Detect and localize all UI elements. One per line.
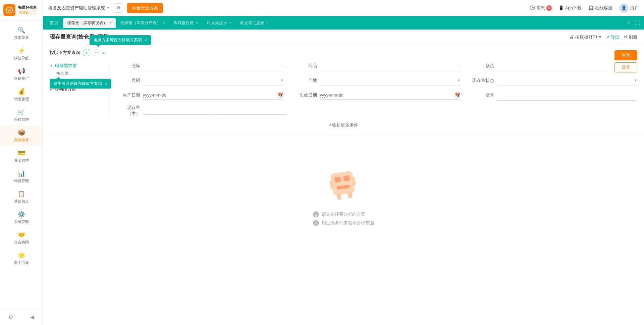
- filter-stock-qty: 现存量（主） —: [117, 105, 287, 117]
- trial-button[interactable]: 体验行业方案: [127, 3, 163, 13]
- user-label: 用户: [630, 5, 639, 11]
- search-button[interactable]: 查询: [614, 50, 637, 60]
- top-header: 装备及固定资产辅助管理系统 ▼ ⚙ 体验行业方案 💬 消息 6 📱 App下载 …: [43, 0, 644, 16]
- filter-row-2: 尺码 ▼ 产地: [117, 75, 637, 86]
- collapse-filter-row[interactable]: ∧ 收起更多条件: [50, 119, 637, 131]
- filter-label: 按以下方案查询: [50, 50, 80, 56]
- sidebar-item-operations[interactable]: 📊 经营管理: [0, 166, 43, 187]
- sidebar-item-quicknav[interactable]: ⚡ 快捷导航: [0, 44, 43, 64]
- gear-button[interactable]: ⚙: [114, 3, 123, 13]
- sidebar-label-marketing: 营销推广: [14, 76, 29, 81]
- warehouse-input[interactable]: [143, 62, 280, 69]
- origin-input[interactable]: [320, 76, 457, 84]
- filter-back-button[interactable]: «: [103, 50, 106, 55]
- tab-inventory-status[interactable]: 现存量（库存状况表） ×: [63, 18, 116, 28]
- tooltip-create-hint: 这里可以创建和修改方案哦 ×: [50, 79, 111, 89]
- tab-close-inventory-status[interactable]: ×: [109, 20, 112, 25]
- tab-label-inventory-status: 现存量（库存状况表）: [67, 20, 107, 26]
- tab-home[interactable]: 首页: [46, 18, 62, 28]
- print-action[interactable]: 🖨 按模板打印 ▼: [570, 34, 602, 40]
- sidebar-item-finance[interactable]: 💳 资金管理: [0, 146, 43, 166]
- tooltip-arrow-down: [96, 45, 100, 47]
- tooltip-create-close[interactable]: ×: [105, 82, 107, 86]
- stock-qty-min-input[interactable]: [143, 107, 211, 114]
- production-date-calendar-icon[interactable]: 📅: [278, 93, 283, 98]
- collapse-sidebar-btn[interactable]: ◀: [29, 313, 36, 322]
- stock-status-chevron-icon: ▼: [634, 78, 637, 82]
- svg-point-0: [6, 7, 12, 13]
- filter-row-1: 仓库 ··· 商品: [117, 60, 637, 71]
- tooltip-scheme-close[interactable]: ×: [145, 38, 147, 43]
- empty-step-2: 2 用过滤条件来缩小分析范围: [313, 220, 374, 226]
- tab-close-summary[interactable]: ×: [266, 20, 269, 25]
- tree-label-desktop: 电脑端方案: [55, 63, 77, 69]
- tab-fullscreen-btn[interactable]: ⛶: [634, 19, 641, 27]
- empty-step-1: 1 请先选择要分析的方案: [313, 211, 374, 217]
- sidebar-item-marketing[interactable]: 📢 营销推广: [0, 64, 43, 85]
- filter-production-date: 生产日期 📅: [117, 90, 283, 101]
- sidebar-item-basic[interactable]: 📋 基础信息: [0, 187, 43, 207]
- sidebar-label-search: 搜索菜单: [14, 35, 29, 40]
- range-separator: —: [213, 108, 217, 113]
- batch-input[interactable]: [497, 91, 637, 99]
- sidebar-item-inventory[interactable]: 📦 库存核算: [0, 125, 43, 146]
- tab-bar: 首页 现存量（库存状况表） × 现存量（库存分布表） × 库存批次账 × 出入库…: [43, 16, 644, 30]
- tree-item-desktop[interactable]: ▼ 电脑端方案: [50, 62, 106, 70]
- enterprise-icon: 🤝: [18, 231, 25, 238]
- warehouse-dots-icon[interactable]: ···: [280, 63, 283, 68]
- user-action[interactable]: 👤 用户: [619, 3, 639, 13]
- settings-bottom-btn[interactable]: ⚙: [7, 313, 14, 322]
- sidebar-item-purchase[interactable]: 🛒 采购管理: [0, 105, 43, 125]
- print-icon: 🖨: [570, 35, 574, 40]
- tab-summary[interactable]: 收发存汇总表 ×: [236, 18, 273, 28]
- print-chevron: ▼: [598, 35, 602, 39]
- stock-status-input[interactable]: [497, 76, 634, 84]
- marketing-icon: 📢: [18, 67, 25, 75]
- tab-close-batch-account[interactable]: ×: [196, 20, 198, 25]
- filter-batch: 批号: [471, 90, 637, 101]
- message-action[interactable]: 💬 消息 6: [530, 5, 552, 11]
- sidebar-item-enterprise[interactable]: 🤝 企业协同: [0, 228, 43, 248]
- tree-child-warehouse[interactable]: 按仓库: [56, 70, 106, 77]
- filter-product: 商品 ···: [293, 60, 460, 71]
- scheme-panel: 这里可以创建和修改方案哦 × ▼ 电脑端方案 按仓库: [50, 60, 110, 119]
- tab-batch-account[interactable]: 库存批次账 ×: [170, 18, 202, 28]
- content-inner: 现存量查询(按仓库+商品) 🖨 按模板打印 ▼ ↗ 导出 ↺: [43, 30, 644, 325]
- collapse-filter-label: 收起更多条件: [332, 122, 358, 128]
- tab-close-flow[interactable]: ×: [229, 20, 231, 25]
- chevron-down-icon: ▼: [106, 6, 110, 10]
- expiry-date-input[interactable]: [320, 93, 454, 98]
- color-input[interactable]: [497, 62, 634, 69]
- product-input[interactable]: [320, 62, 457, 69]
- stock-qty-max-input[interactable]: [218, 107, 287, 114]
- filter-add-button[interactable]: +: [83, 49, 90, 56]
- user-avatar: 👤: [619, 3, 629, 13]
- tab-flow[interactable]: 出入库流水 ×: [203, 18, 235, 28]
- production-date-input[interactable]: [143, 93, 278, 98]
- tab-close-inventory-distribution[interactable]: ×: [163, 20, 165, 25]
- system-selector[interactable]: 装备及固定资产辅助管理系统 ▼: [48, 5, 110, 11]
- empty-robot-svg: [323, 162, 364, 202]
- expiry-date-label: 失效日期: [293, 92, 317, 98]
- export-action[interactable]: ↗ 导出: [606, 34, 620, 40]
- reset-button[interactable]: 设置: [614, 62, 637, 72]
- expiry-date-calendar-icon[interactable]: 📅: [455, 93, 461, 98]
- tooltip-create-text: 这里可以创建和修改方案哦: [54, 81, 102, 87]
- sidebar-item-sales[interactable]: 💰 销售管理: [0, 85, 43, 105]
- size-input[interactable]: [143, 76, 280, 84]
- refresh-action[interactable]: ↺ 刷新: [624, 34, 637, 40]
- sidebar-item-search[interactable]: 🔍 搜索菜单: [0, 23, 43, 44]
- tab-close-all-btn[interactable]: ×: [626, 19, 631, 27]
- sidebar-item-system[interactable]: ⚙️ 系统管理: [0, 207, 43, 228]
- sidebar-bottom: ⚙ ◀: [0, 309, 43, 325]
- tooltip-arrow-up: [56, 77, 60, 79]
- tab-inventory-distribution[interactable]: 现存量（库存分布表） ×: [116, 18, 169, 28]
- product-dots-icon[interactable]: ···: [457, 63, 461, 68]
- sidebar-label-sales: 销售管理: [14, 97, 29, 102]
- app-download-action[interactable]: 📱 App下载: [558, 5, 582, 11]
- filter-edit-button[interactable]: ✏: [93, 49, 100, 56]
- filter-warehouse: 仓库 ···: [117, 60, 283, 71]
- online-support-action[interactable]: 🎧 在线客服: [588, 5, 612, 11]
- sidebar-label-basic: 基础信息: [14, 199, 29, 204]
- sidebar-item-guide[interactable]: 🌟 新手引导: [0, 248, 43, 269]
